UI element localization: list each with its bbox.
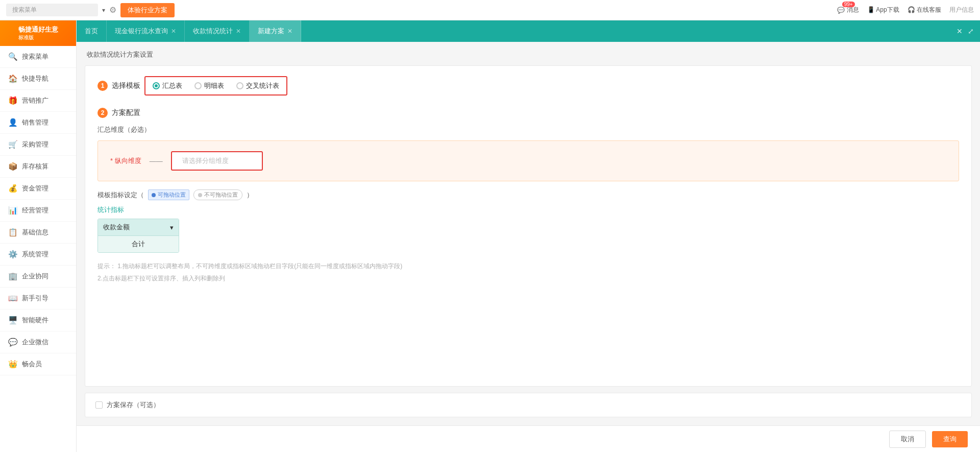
sidebar-item-system[interactable]: ⚙️ 系统管理: [0, 244, 76, 266]
sidebar-label-sales: 销售管理: [22, 118, 48, 127]
radio-circle-summary: [153, 82, 160, 89]
message-icon: 💬: [837, 7, 845, 14]
step1-num: 1: [97, 81, 108, 91]
radio-cross[interactable]: 交叉统计表: [236, 81, 279, 90]
online-service-button[interactable]: 🎧 在线客服: [908, 6, 941, 14]
save-section: 方案保存（可选）: [85, 393, 972, 417]
building-icon: 🏢: [8, 272, 18, 281]
metric-stat-label: 统计指标: [97, 205, 959, 215]
tips-line1: 1.拖动标题栏可以调整布局，不可跨维度或指标区域拖动栏目字段(只能在同一维度或指…: [117, 263, 402, 270]
save-checkbox[interactable]: [95, 401, 103, 409]
expand-icon[interactable]: ⤢: [968, 27, 974, 35]
close-receipt-stat-icon[interactable]: ✕: [236, 28, 241, 35]
dim-config-section: 汇总维度（必选） 纵向维度 —— 请选择分组维度: [97, 125, 959, 181]
main-layout: 畅捷通好生意 标准版 🔍 搜索菜单 🏠 快捷导航 🎁 营销推广 👤 销售管理 🛒…: [0, 20, 980, 452]
dim-config-label: 汇总维度（必选）: [97, 125, 959, 134]
person-icon: 👤: [8, 118, 18, 127]
logo-text: 畅捷通好生意: [18, 25, 58, 34]
message-badge: 99+: [842, 2, 855, 7]
sidebar-item-sales[interactable]: 👤 销售管理: [0, 112, 76, 134]
step1-section: 1 选择模板 汇总表 明细表: [97, 76, 959, 96]
cart-icon: 🛒: [8, 140, 18, 149]
sidebar-item-nav[interactable]: 🏠 快捷导航: [0, 68, 76, 90]
sidebar-item-inventory[interactable]: 📦 库存核算: [0, 156, 76, 178]
tab-bar: 首页 现金银行流水查询 ✕ 收款情况统计 ✕ 新建方案 ✕ ✕ ⤢: [77, 20, 980, 42]
logo-sub: 标准版: [18, 34, 58, 41]
metric-header: 模板指标设定（ 可拖动位置 不可拖动位置 ）: [97, 189, 959, 200]
close-all-icon[interactable]: ✕: [957, 27, 963, 35]
metric-title-close: ）: [247, 191, 253, 200]
dim-select-box[interactable]: 请选择分组维度: [171, 151, 263, 171]
gear-icon[interactable]: ⚙: [109, 5, 116, 15]
gift-icon: 🎁: [8, 96, 18, 105]
search-icon: 🔍: [8, 52, 18, 61]
sidebar-item-hardware[interactable]: 🖥️ 智能硬件: [0, 310, 76, 331]
sidebar-label-finance: 资金管理: [22, 184, 48, 193]
radio-detail[interactable]: 明细表: [194, 81, 224, 90]
tips-label: 提示：: [97, 263, 116, 270]
metric-col-header: 收款金额: [103, 223, 130, 232]
sidebar-item-enterprise[interactable]: 🏢 企业协同: [0, 266, 76, 288]
trial-button[interactable]: 体验行业方案: [120, 3, 175, 17]
tab-new-plan[interactable]: 新建方案 ✕: [250, 20, 301, 42]
footer-bar: 取消 查询: [77, 425, 980, 452]
message-button[interactable]: 💬 消息 99+: [837, 6, 859, 14]
sidebar-item-marketing[interactable]: 🎁 营销推广: [0, 90, 76, 112]
search-bar[interactable]: 搜索菜单: [6, 4, 98, 16]
sidebar-item-wechat[interactable]: 💬 企业微信: [0, 331, 76, 353]
money-icon: 💰: [8, 184, 18, 193]
sidebar: 畅捷通好生意 标准版 🔍 搜索菜单 🏠 快捷导航 🎁 营销推广 👤 销售管理 🛒…: [0, 20, 77, 452]
sidebar-label-member: 畅会员: [22, 360, 42, 369]
sidebar-label-guide: 新手引导: [22, 294, 48, 303]
tab-bank-flow-label: 现金银行流水查询: [115, 27, 168, 36]
cancel-button[interactable]: 取消: [889, 431, 926, 448]
metric-section: 模板指标设定（ 可拖动位置 不可拖动位置 ） 统计指标: [97, 189, 959, 253]
sidebar-item-purchase[interactable]: 🛒 采购管理: [0, 134, 76, 156]
tab-receipt-stat[interactable]: 收款情况统计 ✕: [185, 20, 250, 42]
sidebar-logo: 畅捷通好生意 标准版: [0, 20, 76, 46]
home-icon: 🏠: [8, 74, 18, 83]
metric-table-header[interactable]: 收款金额 ▾: [98, 219, 179, 236]
template-select-row: 汇总表 明细表 交叉统计表: [144, 76, 287, 96]
sidebar-label-marketing: 营销推广: [22, 96, 48, 105]
user-info[interactable]: 用户信息: [949, 6, 974, 14]
step1-label: 选择模板: [112, 81, 140, 90]
step2-label: 方案配置: [112, 108, 140, 117]
sidebar-item-search[interactable]: 🔍 搜索菜单: [0, 46, 76, 68]
sidebar-label-management: 经营管理: [22, 206, 48, 215]
sidebar-label-enterprise: 企业协同: [22, 272, 48, 281]
radio-detail-label: 明细表: [204, 81, 224, 90]
radio-summary[interactable]: 汇总表: [153, 81, 182, 90]
header-right: 💬 消息 99+ 📱 App下载 🎧 在线客服 用户信息: [837, 6, 974, 14]
tips-line2: 2.点击标题栏下拉可设置排序、插入列和删除列: [97, 273, 959, 284]
step2-header: 2 方案配置: [97, 108, 959, 118]
close-new-plan-icon[interactable]: ✕: [287, 28, 292, 35]
sidebar-item-basic[interactable]: 📋 基础信息: [0, 222, 76, 244]
sidebar-label-wechat: 企业微信: [22, 338, 48, 347]
dimension-area: 纵向维度 —— 请选择分组维度: [97, 140, 959, 181]
dropdown-icon[interactable]: ▾: [102, 7, 105, 14]
metric-title: 模板指标设定（: [97, 191, 144, 200]
settings-icon: ⚙️: [8, 250, 18, 259]
radio-summary-label: 汇总表: [162, 81, 182, 90]
metric-table: 收款金额 ▾ 合计: [97, 219, 179, 253]
sidebar-label-hardware: 智能硬件: [22, 316, 48, 325]
app-download-button[interactable]: 📱 App下载: [867, 6, 899, 14]
sidebar-item-guide[interactable]: 📖 新手引导: [0, 288, 76, 310]
step2-num: 2: [97, 108, 108, 118]
list-icon: 📋: [8, 228, 18, 237]
sidebar-item-management[interactable]: 📊 经营管理: [0, 200, 76, 222]
tab-bank-flow[interactable]: 现金银行流水查询 ✕: [107, 20, 185, 42]
page-content: 收款情况统计方案设置 1 选择模板 汇总表: [77, 42, 980, 425]
sidebar-label-basic: 基础信息: [22, 228, 48, 237]
tab-home[interactable]: 首页: [77, 20, 107, 42]
sidebar-item-finance[interactable]: 💰 资金管理: [0, 178, 76, 200]
crown-icon: 👑: [8, 360, 18, 369]
sidebar-label-search: 搜索菜单: [22, 52, 48, 61]
close-bank-flow-icon[interactable]: ✕: [171, 28, 176, 35]
sidebar-item-member[interactable]: 👑 畅会员: [0, 353, 76, 375]
save-label: 方案保存（可选）: [107, 400, 160, 410]
query-button[interactable]: 查询: [932, 431, 968, 447]
box-icon: 📦: [8, 162, 18, 171]
metric-dropdown-icon[interactable]: ▾: [170, 224, 174, 231]
